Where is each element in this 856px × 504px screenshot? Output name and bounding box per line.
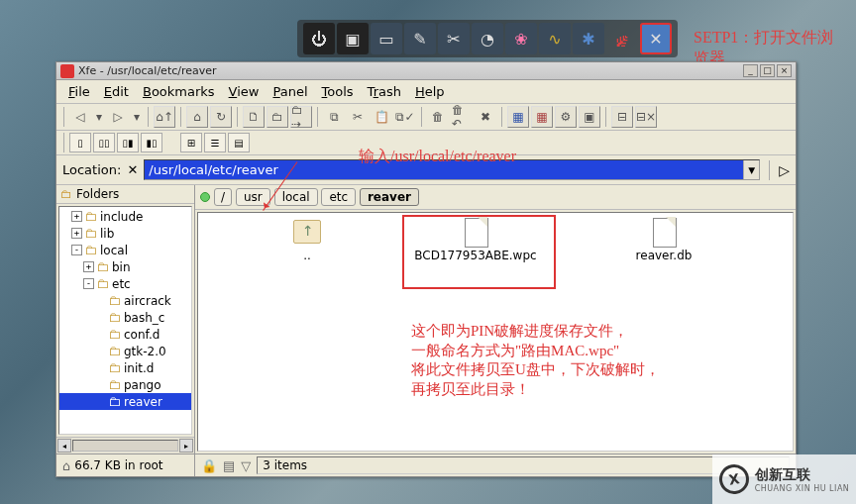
tree-node-reaver[interactable]: 🗀reaver [59, 393, 191, 410]
icon-view-red-button[interactable]: ▦ [531, 106, 553, 128]
tree-node-bash_c[interactable]: 🗀bash_c [59, 309, 191, 326]
power-icon[interactable]: ⏻ [303, 23, 335, 54]
annotation-input-hint: 输入/usr/local/etc/reaver [359, 147, 516, 167]
tree-node-bin[interactable]: +🗀bin [59, 258, 191, 275]
unmount-button[interactable]: ⊟× [635, 106, 657, 128]
delete-button[interactable]: ✖ [475, 106, 496, 128]
notepad-icon[interactable]: ▭ [371, 23, 402, 54]
breadcrumb-reaver[interactable]: reaver [360, 188, 419, 206]
menu-file[interactable]: File [62, 82, 96, 101]
status-right-text: 3 items [257, 456, 790, 474]
tree-node-conf.d[interactable]: 🗀conf.d [59, 326, 191, 343]
view-icons-button[interactable]: ⊞ [180, 133, 202, 152]
restore-button[interactable]: 🗑↶ [451, 106, 473, 128]
panel-layout-3-button[interactable]: ▯▮ [117, 133, 139, 152]
menu-panel[interactable]: Panel [267, 82, 313, 101]
watermark: X 创新互联 CHUANG XIN HU LIAN [712, 454, 856, 504]
maximize-button[interactable]: □ [760, 64, 775, 77]
tools-icon[interactable]: ✂ [438, 23, 470, 54]
close-button[interactable]: × [777, 64, 792, 77]
disk-status-icon: ⌂ [62, 458, 70, 473]
home-button[interactable]: ⌂ [186, 106, 208, 128]
file-item[interactable]: BCD177953ABE.wpc [406, 218, 545, 262]
location-dropdown-button[interactable]: ▼ [743, 160, 759, 179]
breadcrumb-etc[interactable]: etc [321, 188, 356, 206]
icon-view-blue-button[interactable]: ▦ [507, 106, 529, 128]
folders-header: 🗀 Folders [56, 185, 194, 204]
menu-trash[interactable]: Trash [362, 82, 407, 101]
status-bar: ⌂ 66.7 KB in root 🔒 ▤ ▽ 3 items [56, 454, 796, 476]
folder-tree[interactable]: +🗀include+🗀lib-🗀local+🗀bin-🗀etc🗀aircrack… [58, 206, 192, 435]
file-label: reaver.db [636, 249, 693, 262]
view-detail-button[interactable]: ▤ [228, 133, 250, 152]
menu-help[interactable]: Help [409, 82, 451, 101]
tree-node-etc[interactable]: -🗀etc [59, 275, 191, 292]
folder-icon: 🗀 [108, 344, 121, 358]
filter-icon-1[interactable]: ▤ [223, 458, 235, 473]
folder-up-icon [290, 218, 324, 246]
location-clear-button[interactable]: ✕ [127, 162, 138, 177]
watermark-subtext: CHUANG XIN HU LIAN [755, 484, 850, 493]
view-list-button[interactable]: ☰ [204, 133, 226, 152]
forward-button[interactable]: ▷ [107, 106, 129, 128]
wifi-icon[interactable]: ⸙ [606, 23, 638, 54]
tree-hscroll[interactable]: ◂▸ [56, 437, 194, 454]
app-icon [60, 64, 74, 78]
file-label: BCD177953ABE.wpc [414, 249, 536, 262]
folder-icon: 🗀 [108, 310, 121, 325]
location-go-button[interactable]: ▷ [779, 162, 790, 178]
tree-node-local[interactable]: -🗀local [59, 242, 191, 258]
breadcrumb-local[interactable]: local [274, 188, 318, 206]
paste-button[interactable]: 📋 [371, 106, 392, 128]
back-menu-button[interactable]: ▾ [93, 106, 105, 128]
cut-button[interactable]: ✂ [347, 106, 369, 128]
splash-icon[interactable]: ✱ [573, 23, 604, 54]
status-left-text: 66.7 KB in root [74, 458, 162, 472]
properties-button[interactable]: ⧉✓ [394, 106, 416, 128]
new-file-button[interactable]: 🗋 [243, 106, 265, 128]
disk-icon[interactable]: ◔ [472, 23, 503, 54]
folders-header-label: Folders [76, 187, 119, 201]
file-label: .. [303, 249, 311, 262]
terminal-button[interactable]: ▣ [579, 106, 600, 128]
mount-button[interactable]: ⊟ [611, 106, 633, 128]
minimize-button[interactable]: _ [743, 64, 758, 77]
folder-icon: 🗀 [108, 360, 121, 375]
breadcrumb-root[interactable]: / [214, 188, 232, 206]
xfe-launcher-icon[interactable]: ✕ [640, 23, 672, 54]
file-view[interactable]: 这个即为PIN破解进度保存文件， 一般命名方式为"路由MAC.wpc" 将此文件… [197, 212, 794, 452]
trash-button[interactable]: 🗑 [427, 106, 449, 128]
terminal-icon[interactable]: ▣ [337, 23, 369, 54]
up-button[interactable]: ⌂↑ [154, 106, 175, 128]
tree-node-init.d[interactable]: 🗀init.d [59, 359, 191, 376]
wave-icon[interactable]: ∿ [539, 23, 571, 54]
tree-node-pango[interactable]: 🗀pango [59, 376, 191, 393]
menu-edit[interactable]: Edit [98, 82, 135, 101]
xfe-window: Xfe - /usr/local/etc/reaver _ □ × File E… [55, 61, 797, 477]
menu-tools[interactable]: Tools [316, 82, 360, 101]
folder-icon: 🗀 [84, 209, 97, 224]
gears-button[interactable]: ⚙ [555, 106, 577, 128]
brush-icon[interactable]: ✎ [404, 23, 436, 54]
menu-view[interactable]: View [223, 82, 266, 101]
panel-layout-2-button[interactable]: ▯▯ [93, 133, 115, 152]
link-button[interactable]: 🗀⇢ [290, 106, 312, 128]
folder-icon: 🗀 [108, 293, 121, 308]
new-folder-button[interactable]: 🗀 [267, 106, 288, 128]
refresh-button[interactable]: ↻ [210, 106, 232, 128]
panel-layout-1-button[interactable]: ▯ [69, 133, 91, 152]
back-button[interactable]: ◁ [69, 106, 91, 128]
blob-icon[interactable]: ❀ [505, 23, 537, 54]
filter-icon-2[interactable]: ▽ [241, 458, 251, 473]
tree-node-include[interactable]: +🗀include [59, 208, 191, 225]
panel-layout-4-button[interactable]: ▮▯ [141, 133, 162, 152]
copy-button[interactable]: ⧉ [323, 106, 345, 128]
file-item[interactable]: .. [238, 218, 376, 262]
menu-bookmarks[interactable]: Bookmarks [137, 82, 221, 101]
file-item[interactable]: reaver.db [594, 218, 733, 262]
tree-node-gtk-2.0[interactable]: 🗀gtk-2.0 [59, 343, 191, 359]
tree-node-aircrack[interactable]: 🗀aircrack [59, 292, 191, 309]
titlebar[interactable]: Xfe - /usr/local/etc/reaver _ □ × [56, 62, 796, 80]
tree-node-lib[interactable]: +🗀lib [59, 225, 191, 242]
forward-menu-button[interactable]: ▾ [131, 106, 143, 128]
